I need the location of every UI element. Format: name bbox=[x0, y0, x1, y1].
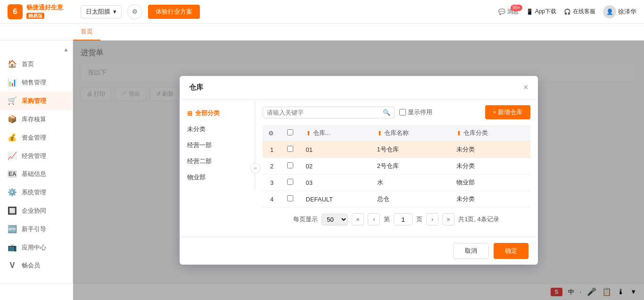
row-num-3: 3 bbox=[263, 175, 281, 191]
all-categories-item[interactable]: ⊞ 全部分类 bbox=[180, 105, 255, 121]
table-row[interactable]: 3 03 水 物业部 bbox=[263, 175, 530, 191]
sidebar-label-sales: 销售管理 bbox=[22, 78, 46, 87]
prev-page-button[interactable]: ‹ bbox=[368, 213, 380, 225]
pagination: 每页显示 50 100 « ‹ 第 bbox=[263, 208, 530, 231]
sidebar-item-enterprise[interactable]: 🔲 企业协同 bbox=[0, 201, 73, 220]
try-industry-button[interactable]: 体验行业方案 bbox=[148, 5, 200, 19]
mobile-icon: 📱 bbox=[526, 8, 533, 15]
row-name-2: 2号仓库 bbox=[372, 158, 451, 175]
row-check-1 bbox=[281, 142, 300, 158]
sidebar-item-home[interactable]: 🏠 首页 bbox=[0, 55, 73, 73]
add-warehouse-button[interactable]: + 新增仓库 bbox=[485, 105, 530, 119]
sidebar-item-app-center[interactable]: 📺 应用中心 bbox=[0, 238, 73, 257]
sidebar-item-system[interactable]: ⚙️ 系统管理 bbox=[0, 183, 73, 201]
table-row[interactable]: 4 DEFAULT 总仓 未分类 bbox=[263, 191, 530, 208]
category-collapse-button[interactable]: ‹‹ bbox=[250, 163, 261, 174]
app-logo-icon: 6 bbox=[8, 4, 23, 19]
user-profile[interactable]: 👤 徐泽华 bbox=[603, 5, 636, 18]
category-item-unclassified[interactable]: 未分类 bbox=[180, 121, 255, 137]
row-num-2: 2 bbox=[263, 158, 281, 175]
message-icon: 💬 bbox=[498, 8, 505, 15]
sidebar-collapse-button[interactable]: ▲ bbox=[63, 46, 69, 53]
next-page-button[interactable]: › bbox=[426, 213, 438, 225]
th-checkbox bbox=[281, 125, 300, 142]
logo-area: 6 畅捷通好生意 精易版 bbox=[8, 4, 81, 19]
confirm-button[interactable]: 确定 bbox=[494, 243, 528, 259]
store-selector[interactable]: 日太阳膜 ▾ bbox=[81, 5, 122, 18]
inventory-icon: 📦 bbox=[8, 115, 17, 124]
online-service-button[interactable]: 🎧 在线客服 bbox=[564, 8, 595, 16]
store-name: 日太阳膜 bbox=[86, 8, 110, 16]
category-item-property[interactable]: 物业部 bbox=[180, 169, 255, 185]
sidebar-label-inventory: 库存核算 bbox=[22, 115, 46, 124]
th-category: ⬆ 仓库分类 bbox=[451, 125, 530, 142]
sort-icon: ⬆ bbox=[306, 130, 311, 137]
modal-close-button[interactable]: × bbox=[523, 83, 528, 92]
sub-header: 首页 bbox=[0, 24, 644, 41]
per-page-select[interactable]: 50 100 bbox=[322, 214, 348, 225]
settings-button[interactable]: ⚙ bbox=[127, 4, 142, 19]
last-page-button[interactable]: » bbox=[442, 213, 454, 225]
sidebar-label-basic: 基础信息 bbox=[22, 170, 46, 178]
sidebar-item-sales[interactable]: 📊 销售管理 bbox=[0, 73, 73, 92]
chevron-down-icon: ▾ bbox=[113, 8, 116, 15]
headset-icon: 🎧 bbox=[564, 8, 571, 15]
row-checkbox-2[interactable] bbox=[287, 162, 293, 168]
row-checkbox-4[interactable] bbox=[287, 195, 293, 201]
sidebar-label-enterprise: 企业协同 bbox=[22, 207, 46, 215]
sidebar-item-purchase[interactable]: 🛒 采购管理 bbox=[0, 92, 73, 110]
table-row[interactable]: 2 02 2号仓库 未分类 bbox=[263, 158, 530, 175]
guide-icon: 🆕 bbox=[8, 225, 17, 233]
enterprise-icon: 🔲 bbox=[8, 206, 17, 215]
avatar: 👤 bbox=[603, 5, 616, 18]
sidebar-item-membership[interactable]: V 畅会员 bbox=[0, 257, 73, 275]
settings-icon: ⚙ bbox=[268, 130, 274, 137]
sidebar-item-finance[interactable]: 💰 资金管理 bbox=[0, 128, 73, 147]
row-cat-4: 未分类 bbox=[451, 191, 530, 208]
th-code: ⬆ 仓库... bbox=[300, 125, 372, 142]
prev-icon: ‹ bbox=[373, 216, 375, 223]
message-button[interactable]: 💬 消息 99+ bbox=[498, 8, 519, 16]
first-page-button[interactable]: « bbox=[352, 213, 364, 225]
select-all-checkbox[interactable] bbox=[287, 129, 293, 135]
header-center: 日太阳膜 ▾ ⚙ 体验行业方案 bbox=[81, 4, 498, 19]
app-download-button[interactable]: 📱 App下载 bbox=[526, 8, 556, 16]
breadcrumb-home-tab[interactable]: 首页 bbox=[73, 24, 100, 41]
page-number-input[interactable] bbox=[394, 213, 413, 225]
sidebar-item-guide[interactable]: 🆕 新手引导 bbox=[0, 220, 73, 238]
sidebar-label-system: 系统管理 bbox=[22, 188, 46, 197]
table-header: ⚙ ⬆ 仓库... bbox=[263, 125, 530, 142]
grid-icon: ⊞ bbox=[187, 110, 192, 117]
page-label: 页 bbox=[416, 215, 422, 224]
sidebar-item-operations[interactable]: 📈 经营管理 bbox=[0, 147, 73, 165]
sort-icon-cat: ⬆ bbox=[456, 130, 462, 137]
category-item-operations1[interactable]: 经营一部 bbox=[180, 137, 255, 153]
show-disabled-label: 显示停用 bbox=[399, 108, 432, 117]
page-total: 共1页, 4条记录 bbox=[458, 215, 499, 224]
row-checkbox-1[interactable] bbox=[287, 146, 293, 152]
table-body: 1 01 1号仓库 未分类 2 02 bbox=[263, 142, 530, 208]
cancel-button[interactable]: 取消 bbox=[453, 243, 489, 259]
content-area: 进货单 按以下 🖨 打印 ↗ 导出 ↺ 刷新 查询 设置 仓库 × bbox=[73, 41, 644, 300]
search-input[interactable] bbox=[267, 109, 380, 116]
sidebar-label-purchase: 采购管理 bbox=[22, 97, 46, 105]
last-icon: » bbox=[447, 216, 450, 223]
category-item-operations2[interactable]: 经营二部 bbox=[180, 153, 255, 169]
sidebar-label-home: 首页 bbox=[22, 60, 34, 68]
table-row[interactable]: 1 01 1号仓库 未分类 bbox=[263, 142, 530, 158]
table-toolbar: 🔍 显示停用 + 新增仓库 bbox=[263, 105, 530, 119]
row-name-3: 水 bbox=[372, 175, 451, 191]
row-checkbox-3[interactable] bbox=[287, 179, 293, 185]
gear-icon: ⚙ bbox=[132, 8, 138, 15]
modal-overlay: 仓库 × ⊞ 全部分类 未分类 bbox=[73, 41, 644, 300]
table-container: ⚙ ⬆ 仓库... bbox=[263, 125, 530, 208]
membership-icon: V bbox=[8, 261, 17, 270]
show-disabled-checkbox[interactable] bbox=[399, 109, 406, 116]
all-categories-label: 全部分类 bbox=[195, 109, 220, 117]
table-area: 🔍 显示停用 + 新增仓库 bbox=[255, 100, 538, 237]
row-name-1: 1号仓库 bbox=[372, 142, 451, 158]
sidebar-item-inventory[interactable]: 📦 库存核算 bbox=[0, 110, 73, 128]
sidebar-label-finance: 资金管理 bbox=[22, 133, 46, 142]
sidebar-item-basic[interactable]: EA 基础信息 bbox=[0, 165, 73, 183]
category-sidebar: ⊞ 全部分类 未分类 经营一部 经营二部 bbox=[180, 100, 255, 191]
